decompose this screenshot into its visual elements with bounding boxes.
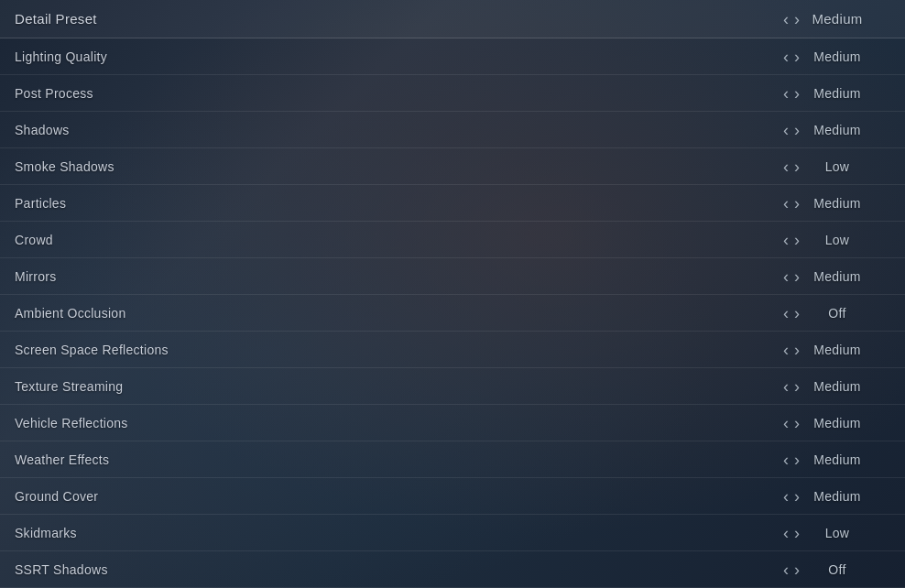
label-mirrors: Mirrors <box>15 269 57 284</box>
chevron-right-ground-cover[interactable] <box>794 488 800 505</box>
control-vehicle-reflections: Medium <box>762 415 890 431</box>
chevron-left-texture-streaming[interactable] <box>783 378 789 395</box>
chevron-right-mirrors[interactable] <box>794 268 800 285</box>
chevron-right-ambient-occlusion[interactable] <box>794 305 800 321</box>
chevron-left-lighting-quality[interactable] <box>783 49 789 65</box>
value-crowd: Low <box>805 233 869 247</box>
control-ground-cover: Medium <box>762 488 890 505</box>
value-skidmarks: Low <box>805 526 869 540</box>
chevron-left-smoke-shadows[interactable] <box>783 158 789 175</box>
chevron-left-post-process[interactable] <box>783 85 789 102</box>
settings-container: Detail PresetMediumLighting QualityMediu… <box>0 0 905 588</box>
value-lighting-quality: Medium <box>805 49 869 64</box>
chevron-left-weather-effects[interactable] <box>783 452 789 468</box>
chevron-left-ground-cover[interactable] <box>783 488 789 505</box>
value-vehicle-reflections: Medium <box>805 416 869 430</box>
label-lighting-quality: Lighting Quality <box>15 49 107 64</box>
label-texture-streaming: Texture Streaming <box>15 379 123 394</box>
settings-row-crowd[interactable]: CrowdLow <box>0 222 905 258</box>
settings-row-texture-streaming[interactable]: Texture StreamingMedium <box>0 368 905 405</box>
settings-row-detail-preset[interactable]: Detail PresetMedium <box>0 0 905 38</box>
chevron-right-vehicle-reflections[interactable] <box>794 415 800 431</box>
chevron-left-particles[interactable] <box>783 195 789 212</box>
settings-row-ground-cover[interactable]: Ground CoverMedium <box>0 478 905 515</box>
settings-row-ambient-occlusion[interactable]: Ambient OcclusionOff <box>0 295 905 332</box>
settings-row-weather-effects[interactable]: Weather EffectsMedium <box>0 441 905 478</box>
control-smoke-shadows: Low <box>762 158 890 175</box>
label-shadows: Shadows <box>15 123 70 137</box>
control-weather-effects: Medium <box>762 452 890 468</box>
value-ssrt-shadows: Off <box>805 562 869 577</box>
chevron-right-post-process[interactable] <box>794 85 800 102</box>
control-lighting-quality: Medium <box>762 49 890 65</box>
label-skidmarks: Skidmarks <box>15 526 77 540</box>
chevron-right-skidmarks[interactable] <box>794 525 800 541</box>
chevron-right-shadows[interactable] <box>794 122 800 138</box>
label-particles: Particles <box>15 196 66 211</box>
label-crowd: Crowd <box>15 233 53 247</box>
control-post-process: Medium <box>762 85 890 102</box>
control-skidmarks: Low <box>762 525 890 541</box>
value-ground-cover: Medium <box>805 489 869 504</box>
value-weather-effects: Medium <box>805 452 869 467</box>
settings-row-vehicle-reflections[interactable]: Vehicle ReflectionsMedium <box>0 405 905 441</box>
chevron-right-crowd[interactable] <box>794 232 800 248</box>
chevron-right-lighting-quality[interactable] <box>794 49 800 65</box>
settings-row-particles[interactable]: ParticlesMedium <box>0 185 905 222</box>
control-shadows: Medium <box>762 122 890 138</box>
value-detail-preset: Medium <box>805 11 869 27</box>
label-ambient-occlusion: Ambient Occlusion <box>15 306 125 321</box>
chevron-left-ambient-occlusion[interactable] <box>783 305 789 321</box>
chevron-right-screen-space-reflections[interactable] <box>794 342 800 358</box>
control-detail-preset: Medium <box>762 11 890 27</box>
settings-row-ssrt-shadows[interactable]: SSRT ShadowsOff <box>0 551 905 588</box>
chevron-left-skidmarks[interactable] <box>783 525 789 541</box>
label-ground-cover: Ground Cover <box>15 489 98 504</box>
control-screen-space-reflections: Medium <box>762 342 890 358</box>
label-weather-effects: Weather Effects <box>15 452 109 467</box>
control-crowd: Low <box>762 232 890 248</box>
label-smoke-shadows: Smoke Shadows <box>15 159 114 174</box>
label-screen-space-reflections: Screen Space Reflections <box>15 343 169 357</box>
chevron-left-shadows[interactable] <box>783 122 789 138</box>
value-smoke-shadows: Low <box>805 159 869 174</box>
value-screen-space-reflections: Medium <box>805 343 869 357</box>
label-ssrt-shadows: SSRT Shadows <box>15 562 108 577</box>
control-ssrt-shadows: Off <box>762 561 890 578</box>
chevron-right-smoke-shadows[interactable] <box>794 158 800 175</box>
chevron-right-weather-effects[interactable] <box>794 452 800 468</box>
value-mirrors: Medium <box>805 269 869 284</box>
settings-row-smoke-shadows[interactable]: Smoke ShadowsLow <box>0 148 905 185</box>
value-shadows: Medium <box>805 123 869 137</box>
chevron-left-vehicle-reflections[interactable] <box>783 415 789 431</box>
chevron-left-mirrors[interactable] <box>783 268 789 285</box>
settings-row-post-process[interactable]: Post ProcessMedium <box>0 75 905 112</box>
settings-row-skidmarks[interactable]: SkidmarksLow <box>0 515 905 551</box>
control-mirrors: Medium <box>762 268 890 285</box>
chevron-left-ssrt-shadows[interactable] <box>783 561 789 578</box>
control-texture-streaming: Medium <box>762 378 890 395</box>
settings-row-screen-space-reflections[interactable]: Screen Space ReflectionsMedium <box>0 332 905 368</box>
chevron-right-texture-streaming[interactable] <box>794 378 800 395</box>
settings-row-mirrors[interactable]: MirrorsMedium <box>0 258 905 295</box>
value-ambient-occlusion: Off <box>805 306 869 321</box>
chevron-right-detail-preset[interactable] <box>794 11 800 27</box>
chevron-left-detail-preset[interactable] <box>783 11 789 27</box>
label-vehicle-reflections: Vehicle Reflections <box>15 416 128 430</box>
control-particles: Medium <box>762 195 890 212</box>
chevron-right-ssrt-shadows[interactable] <box>794 561 800 578</box>
value-texture-streaming: Medium <box>805 379 869 394</box>
label-post-process: Post Process <box>15 86 93 101</box>
chevron-left-screen-space-reflections[interactable] <box>783 342 789 358</box>
value-particles: Medium <box>805 196 869 211</box>
label-detail-preset: Detail Preset <box>15 11 97 27</box>
settings-row-lighting-quality[interactable]: Lighting QualityMedium <box>0 38 905 75</box>
value-post-process: Medium <box>805 86 869 101</box>
chevron-right-particles[interactable] <box>794 195 800 212</box>
settings-row-shadows[interactable]: ShadowsMedium <box>0 112 905 148</box>
control-ambient-occlusion: Off <box>762 305 890 321</box>
chevron-left-crowd[interactable] <box>783 232 789 248</box>
